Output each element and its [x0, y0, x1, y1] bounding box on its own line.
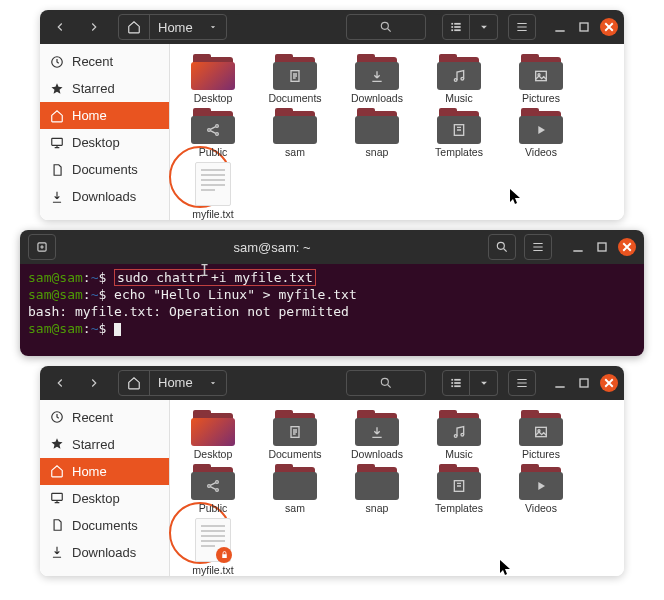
terminal-body[interactable]: I sam@sam:~$ sudo chattr +i myfile.txtsa… [20, 264, 644, 356]
folder-sam[interactable]: sam [260, 108, 330, 158]
file-manager-window-before: Home RecentStarredHomeDesktopDocumentsDo… [40, 10, 624, 220]
file-myfile[interactable]: myfile.txt [178, 518, 248, 576]
folder-documents[interactable]: Documents [260, 410, 330, 460]
folder-music[interactable]: Music [424, 54, 494, 104]
folder-documents[interactable]: Documents [260, 54, 330, 104]
hamburger-menu-button[interactable] [508, 14, 536, 40]
sidebar-item-downloads[interactable]: Downloads [40, 539, 169, 566]
folder-sam[interactable]: sam [260, 464, 330, 514]
home-icon[interactable] [119, 371, 150, 395]
sidebar-item-documents[interactable]: Documents [40, 156, 169, 183]
view-dropdown-button[interactable] [470, 370, 498, 396]
terminal-menu-button[interactable] [524, 234, 552, 260]
sidebar-item-home[interactable]: Home [40, 458, 169, 485]
folder-label: Pictures [522, 92, 560, 104]
sidebar-item-recent[interactable]: Recent [40, 404, 169, 431]
terminal-window: sam@sam: ~ I sam@sam:~$ sudo chattr +i m… [20, 230, 644, 356]
close-button[interactable] [618, 238, 636, 256]
folder-templates[interactable]: Templates [424, 108, 494, 158]
home-icon[interactable] [119, 15, 150, 39]
close-button[interactable] [600, 18, 618, 36]
path-bar[interactable]: Home [118, 370, 227, 396]
maximize-button[interactable] [576, 19, 592, 35]
forward-button[interactable] [80, 14, 108, 40]
sidebar-item-label: Downloads [72, 189, 136, 204]
terminal-line: sam@sam:~$ echo "Hello Linux" > myfile.t… [28, 287, 636, 304]
path-segment[interactable]: Home [150, 15, 226, 39]
sidebar-item-downloads[interactable]: Downloads [40, 183, 169, 210]
folder-desktop[interactable]: Desktop [178, 54, 248, 104]
folder-videos[interactable]: Videos [506, 464, 576, 514]
desktop-icon [50, 136, 64, 150]
path-bar[interactable]: Home [118, 14, 227, 40]
sidebar-item-documents[interactable]: Documents [40, 512, 169, 539]
folder-label: snap [366, 502, 389, 514]
sidebar-item-recent[interactable]: Recent [40, 48, 169, 75]
sidebar-item-label: Documents [72, 518, 138, 533]
folder-label: Documents [268, 92, 321, 104]
sidebar-item-label: Starred [72, 81, 115, 96]
folder-icon [273, 108, 317, 144]
new-tab-button[interactable] [28, 234, 56, 260]
maximize-button[interactable] [594, 239, 610, 255]
sidebar: RecentStarredHomeDesktopDocumentsDownloa… [40, 400, 170, 576]
window-controls [552, 18, 618, 36]
folder-icon [273, 410, 317, 446]
minimize-button[interactable] [570, 239, 586, 255]
folder-templates[interactable]: Templates [424, 464, 494, 514]
folder-public[interactable]: Public [178, 108, 248, 158]
hamburger-menu-button[interactable] [508, 370, 536, 396]
search-input[interactable] [346, 370, 426, 396]
folder-desktop[interactable]: Desktop [178, 410, 248, 460]
close-button[interactable] [600, 374, 618, 392]
file-myfile[interactable]: myfile.txt [178, 162, 248, 220]
sidebar-item-label: Recent [72, 54, 113, 69]
path-segment[interactable]: Home [150, 371, 226, 395]
folder-icon [355, 410, 399, 446]
view-dropdown-button[interactable] [470, 14, 498, 40]
minimize-button[interactable] [552, 19, 568, 35]
folder-icon [273, 464, 317, 500]
folder-snap[interactable]: snap [342, 464, 412, 514]
folder-label: Pictures [522, 448, 560, 460]
back-button[interactable] [46, 14, 74, 40]
svg-point-0 [381, 22, 388, 29]
svg-rect-21 [598, 243, 606, 251]
folder-downloads[interactable]: Downloads [342, 54, 412, 104]
sidebar-item-label: Desktop [72, 491, 120, 506]
folder-public[interactable]: Public [178, 464, 248, 514]
forward-button[interactable] [80, 370, 108, 396]
folder-pictures[interactable]: Pictures [506, 410, 576, 460]
view-list-button[interactable] [442, 14, 470, 40]
folder-icon [519, 410, 563, 446]
search-input[interactable] [346, 14, 426, 40]
sidebar-item-desktop[interactable]: Desktop [40, 129, 169, 156]
sidebar-item-home[interactable]: Home [40, 102, 169, 129]
view-list-button[interactable] [442, 370, 470, 396]
folder-icon [355, 464, 399, 500]
titlebar: Home [40, 10, 624, 44]
text-file-icon [195, 162, 231, 206]
sidebar-item-desktop[interactable]: Desktop [40, 485, 169, 512]
svg-point-34 [461, 433, 464, 436]
sidebar-item-starred[interactable]: Starred [40, 75, 169, 102]
back-button[interactable] [46, 370, 74, 396]
mouse-cursor-icon [500, 560, 512, 576]
file-label: myfile.txt [192, 564, 233, 576]
folder-videos[interactable]: Videos [506, 108, 576, 158]
folder-music[interactable]: Music [424, 410, 494, 460]
minimize-button[interactable] [552, 375, 568, 391]
folder-icon [437, 108, 481, 144]
folder-snap[interactable]: snap [342, 108, 412, 158]
terminal-search-button[interactable] [488, 234, 516, 260]
svg-rect-29 [580, 379, 588, 387]
svg-rect-13 [536, 71, 547, 80]
svg-rect-2 [454, 23, 460, 25]
maximize-button[interactable] [576, 375, 592, 391]
sidebar-item-label: Starred [72, 437, 115, 452]
folder-downloads[interactable]: Downloads [342, 410, 412, 460]
folder-pictures[interactable]: Pictures [506, 54, 576, 104]
folder-label: Desktop [194, 448, 233, 460]
sidebar-item-starred[interactable]: Starred [40, 431, 169, 458]
svg-rect-25 [451, 382, 453, 384]
